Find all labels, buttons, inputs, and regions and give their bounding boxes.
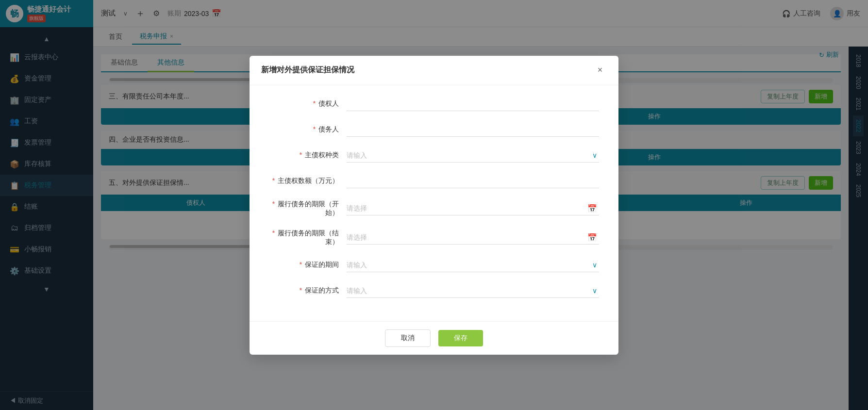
dialog-overlay[interactable]: 新增对外提供保证担保情况 × * 债权人 * 债务人 (0, 0, 868, 410)
form-row-debt-amount: * 主债权数额（万元） (269, 174, 599, 188)
form-row-period-end: * 履行债务的期限（结束） 📅 (269, 229, 599, 246)
label-debtor: * 债务人 (269, 125, 347, 134)
dialog-title: 新增对外提供保证担保情况 (261, 65, 354, 75)
form-row-period-start: * 履行债务的期限（开始） 📅 (269, 200, 599, 217)
input-guarantee-period[interactable] (347, 258, 590, 272)
chevron-down-guarantee-period-icon[interactable]: ∨ (590, 259, 599, 271)
dialog-header: 新增对外提供保证担保情况 × (250, 56, 618, 85)
dialog-close-btn[interactable]: × (593, 64, 607, 77)
input-debt-amount[interactable] (347, 174, 599, 188)
save-button[interactable]: 保存 (438, 330, 483, 346)
label-debt-type: * 主债权种类 (269, 151, 347, 160)
label-guarantee-method: * 保证的方式 (269, 286, 347, 295)
form-row-creditor: * 债权人 (269, 97, 599, 111)
dialog-body: * 债权人 * 债务人 * 主债权种类 (250, 85, 618, 321)
input-debtor[interactable] (347, 123, 599, 137)
select-debt-type[interactable]: ∨ (347, 148, 599, 163)
dialog-footer: 取消 保存 (250, 321, 618, 355)
select-guarantee-period[interactable]: ∨ (347, 258, 599, 272)
input-creditor[interactable] (347, 97, 599, 111)
form-row-guarantee-method: * 保证的方式 ∨ (269, 284, 599, 298)
form-row-debtor: * 债务人 (269, 123, 599, 137)
label-period-end: * 履行债务的期限（结束） (269, 229, 347, 246)
label-debt-amount: * 主债权数额（万元） (269, 177, 347, 185)
form-row-debt-type: * 主债权种类 ∨ (269, 148, 599, 163)
form-row-guarantee-period: * 保证的期间 ∨ (269, 258, 599, 272)
calendar-start-icon[interactable]: 📅 (585, 202, 599, 215)
select-guarantee-method[interactable]: ∨ (347, 284, 599, 298)
label-guarantee-period: * 保证的期间 (269, 261, 347, 269)
label-creditor: * 债权人 (269, 99, 347, 108)
calendar-end-icon[interactable]: 📅 (585, 231, 599, 244)
date-period-start[interactable]: 📅 (347, 201, 599, 215)
date-period-end[interactable]: 📅 (347, 230, 599, 245)
chevron-down-icon[interactable]: ∨ (590, 149, 599, 161)
dialog: 新增对外提供保证担保情况 × * 债权人 * 债务人 (250, 56, 618, 355)
input-period-end[interactable] (347, 230, 585, 244)
input-guarantee-method[interactable] (347, 284, 590, 297)
label-period-start: * 履行债务的期限（开始） (269, 200, 347, 217)
input-period-start[interactable] (347, 201, 585, 215)
cancel-button[interactable]: 取消 (385, 329, 431, 347)
input-debt-type[interactable] (347, 148, 590, 162)
chevron-down-guarantee-method-icon[interactable]: ∨ (590, 285, 599, 296)
